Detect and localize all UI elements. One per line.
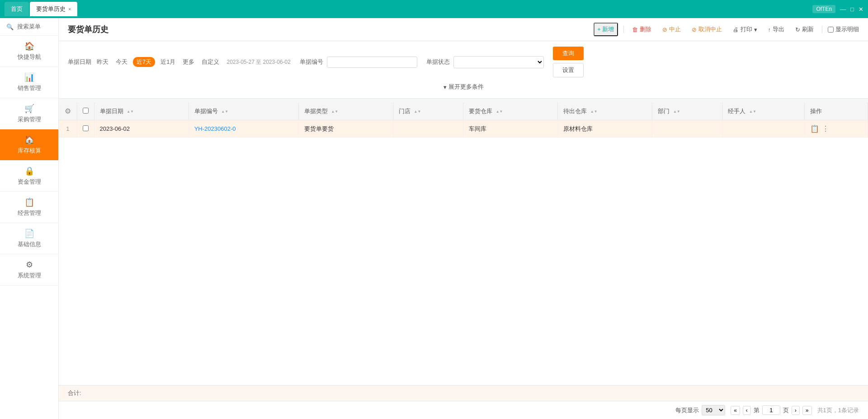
doc-number-link[interactable]: YH-20230602-0 <box>194 125 236 132</box>
sort-handler-icon[interactable]: ▲▼ <box>749 110 756 114</box>
sort-type-icon[interactable]: ▲▼ <box>331 110 338 114</box>
next-page-button[interactable]: › <box>792 406 800 415</box>
display-detail-toggle[interactable]: 显示明细 <box>828 25 859 33</box>
th-req-warehouse: 要货仓库 ▲▼ <box>463 102 558 120</box>
maximize-icon[interactable]: □ <box>850 6 854 13</box>
sort-department-icon[interactable]: ▲▼ <box>673 110 680 114</box>
tab-close-icon[interactable]: × <box>68 6 71 12</box>
th-req-warehouse-label: 要货仓库 <box>469 108 492 114</box>
sidebar-inventory-label: 库存核算 <box>18 147 41 155</box>
display-detail-label: 显示明细 <box>835 25 859 33</box>
expand-more-button[interactable]: ▾ 展开更多条件 <box>68 81 859 93</box>
shortcut-7days[interactable]: 近7天 <box>133 57 155 67</box>
page-header: 要货单历史 + 新增 🗑 删除 ⊘ 中止 ⊘ 取消中止 🖨 打 <box>59 18 868 41</box>
cancel-stop-button[interactable]: ⊘ 取消中止 <box>689 24 725 35</box>
query-button[interactable]: 查询 <box>553 47 584 60</box>
sort-date-icon[interactable]: ▲▼ <box>127 110 134 114</box>
row-handler <box>722 120 805 138</box>
cancel-stop-label: 取消中止 <box>698 25 722 33</box>
total-label: 合计: <box>68 390 81 396</box>
sidebar-item-search-menu[interactable]: 🔍 搜索菜单 <box>0 18 58 36</box>
sidebar-item-inventory[interactable]: 🏠 库存核算 <box>0 129 58 161</box>
export-icon: ↑ <box>768 26 771 33</box>
sort-store-icon[interactable]: ▲▼ <box>414 110 421 114</box>
column-settings-icon[interactable]: ⚙ <box>65 107 71 115</box>
sidebar-item-finance[interactable]: 🔒 资金管理 <box>0 161 58 192</box>
print-label: 打印 <box>741 25 752 33</box>
sort-number-icon[interactable]: ▲▼ <box>221 110 228 114</box>
row-action: 📋 ⋮ <box>805 120 868 138</box>
close-window-icon[interactable]: ✕ <box>859 6 863 13</box>
tab-purchase-history-label: 要货单历史 <box>36 5 66 13</box>
print-button[interactable]: 🖨 打印 ▾ <box>730 24 760 35</box>
system-icon: ⚙ <box>26 260 33 270</box>
minimize-icon[interactable]: — <box>840 6 846 13</box>
table-row: 1 2023-06-02 YH-20230602-0 要货单要货 车间库 原材料… <box>59 120 868 138</box>
sort-pending-warehouse-icon[interactable]: ▲▼ <box>590 110 598 114</box>
sidebar-item-basic-info[interactable]: 📄 基础信息 <box>0 223 58 254</box>
refresh-label: 刷新 <box>802 25 814 33</box>
export-button[interactable]: ↑ 导出 <box>765 24 788 35</box>
row-req-warehouse: 车间库 <box>463 120 558 138</box>
stop-button[interactable]: ⊘ 中止 <box>660 24 684 35</box>
refresh-button[interactable]: ↻ 刷新 <box>793 24 816 35</box>
last-page-button[interactable]: » <box>802 406 812 415</box>
row-department <box>652 120 722 138</box>
status-label: 单据状态 <box>426 58 450 66</box>
row-checkbox[interactable] <box>83 125 89 131</box>
sidebar-item-quick-nav[interactable]: 🏠 快捷导航 <box>0 36 58 67</box>
toolbar: + 新增 🗑 删除 ⊘ 中止 ⊘ 取消中止 🖨 打印 ▾ <box>594 23 859 36</box>
row-number: YH-20230602-0 <box>189 120 298 138</box>
row-date: 2023-06-02 <box>94 120 189 138</box>
th-date-label: 单据日期 <box>100 108 123 114</box>
sidebar-sales-label: 销售管理 <box>18 84 41 92</box>
sort-req-warehouse-icon[interactable]: ▲▼ <box>496 110 503 114</box>
page-size-label: 每页显示 <box>675 406 699 414</box>
sidebar-search-label: 搜索菜单 <box>17 23 41 31</box>
sidebar-item-system[interactable]: ⚙ 系统管理 <box>0 254 58 286</box>
operation-icon: 📋 <box>24 197 34 207</box>
main-table: ⚙ 单据日期 ▲▼ 单据编号 ▲▼ <box>59 102 868 138</box>
settings-button[interactable]: 设置 <box>553 63 584 77</box>
tab-home[interactable]: 首页 <box>5 2 29 16</box>
home-icon: 🏠 <box>24 41 34 51</box>
tab-purchase-history[interactable]: 要货单历史 × <box>30 2 77 16</box>
expand-down-icon: ▾ <box>443 84 447 90</box>
page-label: 页 <box>783 406 789 414</box>
shortcut-yesterday[interactable]: 昨天 <box>95 57 110 67</box>
table-header-row: ⚙ 单据日期 ▲▼ 单据编号 ▲▼ <box>59 102 868 120</box>
sidebar-item-sales[interactable]: 📊 销售管理 <box>0 67 58 98</box>
page-size-select[interactable]: 50 10 20 100 <box>702 405 725 415</box>
sidebar-finance-label: 资金管理 <box>18 178 41 186</box>
shortcut-today[interactable]: 今天 <box>114 57 129 67</box>
page-number-input[interactable]: 1 <box>762 405 780 415</box>
select-all-checkbox[interactable] <box>83 108 89 114</box>
page-size-group: 每页显示 50 10 20 100 <box>675 405 725 415</box>
date-label: 单据日期 <box>68 58 91 66</box>
often-label: OfTEn <box>812 5 835 13</box>
filter-status-group: 单据状态 <box>426 56 544 68</box>
delete-icon: 🗑 <box>632 26 638 33</box>
status-select[interactable] <box>453 56 544 68</box>
tab-home-label: 首页 <box>11 5 23 13</box>
edit-action-icon[interactable]: 📋 <box>810 124 819 133</box>
total-records: 共1页，1条记录 <box>817 406 859 414</box>
shortcut-custom[interactable]: 自定义 <box>200 57 221 67</box>
display-detail-checkbox[interactable] <box>828 27 834 33</box>
add-button[interactable]: + 新增 <box>594 23 618 36</box>
row-store <box>393 120 463 138</box>
more-action-icon[interactable]: ⋮ <box>822 124 829 133</box>
shortcut-1month[interactable]: 近1月 <box>159 57 177 67</box>
footer-total: 合计: <box>59 385 868 401</box>
first-page-button[interactable]: « <box>731 406 740 415</box>
main-layout: 🔍 搜索菜单 🏠 快捷导航 📊 销售管理 🛒 采购管理 🏠 库存核算 🔒 资金管… <box>0 18 868 419</box>
sidebar-item-purchase[interactable]: 🛒 采购管理 <box>0 98 58 129</box>
docnum-input[interactable] <box>327 57 417 68</box>
delete-button[interactable]: 🗑 删除 <box>629 24 654 35</box>
sidebar-operation-label: 经营管理 <box>18 209 41 217</box>
filter-row-1: 单据日期 昨天 今天 近7天 近1月 更多 自定义 2023-05-27 至 2… <box>68 47 859 77</box>
shortcut-more[interactable]: 更多 <box>181 57 196 67</box>
row-checkbox-cell <box>77 120 94 138</box>
sidebar-item-operation[interactable]: 📋 经营管理 <box>0 192 58 223</box>
prev-page-button[interactable]: ‹ <box>743 406 751 415</box>
